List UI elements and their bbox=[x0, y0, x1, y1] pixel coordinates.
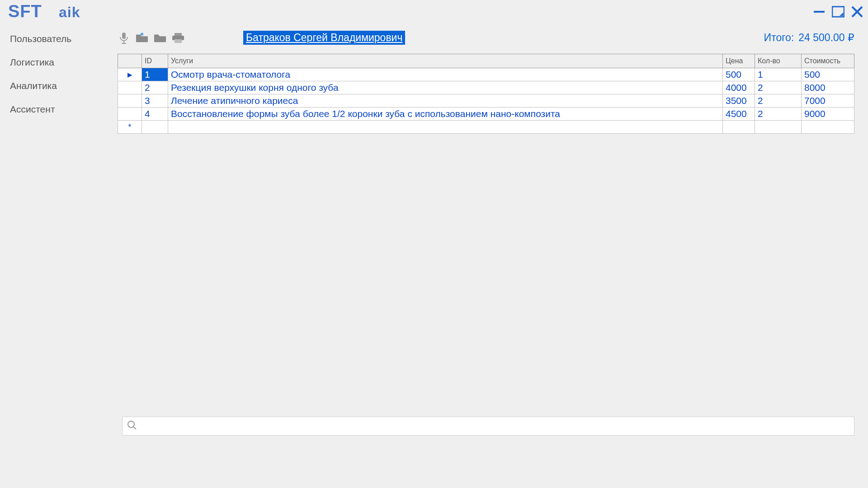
window-controls bbox=[813, 5, 863, 18]
cell-service[interactable]: Лечение атипичного кариеса bbox=[168, 94, 723, 108]
svg-rect-7 bbox=[122, 33, 126, 39]
microphone-icon[interactable] bbox=[118, 33, 130, 43]
col-id-header[interactable]: ID bbox=[142, 54, 168, 68]
sidebar-item-analytics[interactable]: Аналитика bbox=[0, 74, 111, 98]
cell-price[interactable]: 4000 bbox=[723, 81, 755, 94]
col-qty-header[interactable]: Кол-во bbox=[755, 54, 802, 68]
cell-cost[interactable]: 7000 bbox=[802, 94, 854, 108]
main-content: Батраков Сергей Владимирович Итого: 24 5… bbox=[111, 22, 868, 134]
search-input[interactable] bbox=[137, 421, 854, 432]
table-row-new[interactable]: * bbox=[118, 121, 854, 134]
sidebar: Пользователь Логистика Аналитика Ассисте… bbox=[0, 22, 111, 121]
search-bar[interactable] bbox=[122, 417, 854, 436]
cell-id[interactable]: 3 bbox=[142, 94, 168, 108]
cell-service[interactable]: Восстановление формы зуба более 1/2 коро… bbox=[168, 108, 723, 121]
cell-price[interactable]: 500 bbox=[723, 68, 755, 81]
svg-text:aik: aik bbox=[59, 4, 80, 20]
svg-rect-13 bbox=[175, 39, 182, 43]
sidebar-item-user[interactable]: Пользователь bbox=[0, 27, 111, 51]
table-row[interactable]: 2Резекция верхушки корня одного зуба4000… bbox=[118, 81, 854, 94]
row-indicator-new: * bbox=[118, 121, 142, 134]
cell-qty[interactable]: 2 bbox=[755, 108, 802, 121]
minimize-button[interactable] bbox=[813, 5, 826, 18]
cell-qty[interactable]: 2 bbox=[755, 94, 802, 108]
patient-name[interactable]: Батраков Сергей Владимирович bbox=[243, 31, 405, 45]
svg-text:SFT: SFT bbox=[8, 3, 42, 21]
cell-price[interactable]: 3500 bbox=[723, 94, 755, 108]
svg-rect-11 bbox=[175, 33, 182, 36]
col-price-header[interactable]: Цена bbox=[723, 54, 755, 68]
row-indicator bbox=[118, 108, 142, 121]
cell-id[interactable]: 1 bbox=[142, 68, 168, 81]
col-cost-header[interactable]: Стоимость bbox=[802, 54, 854, 68]
printer-icon[interactable] bbox=[172, 33, 184, 43]
table-row[interactable]: 4Восстановление формы зуба более 1/2 кор… bbox=[118, 108, 854, 121]
open-folder-icon[interactable] bbox=[136, 33, 148, 43]
cell-empty[interactable] bbox=[142, 121, 168, 134]
cell-empty[interactable] bbox=[802, 121, 854, 134]
cell-empty[interactable] bbox=[723, 121, 755, 134]
folder-icon[interactable] bbox=[154, 33, 166, 43]
total-block: Итого: 24 500.00 ₽ bbox=[764, 32, 854, 44]
cell-id[interactable]: 2 bbox=[142, 81, 168, 94]
cell-service[interactable]: Осмотр врача-стоматолога bbox=[168, 68, 723, 81]
app-logo: SFT aik bbox=[8, 3, 121, 21]
row-indicator: ▸ bbox=[118, 68, 142, 81]
sidebar-item-assistant[interactable]: Ассистент bbox=[0, 98, 111, 121]
cell-cost[interactable]: 8000 bbox=[802, 81, 854, 94]
row-indicator bbox=[118, 81, 142, 94]
cell-id[interactable]: 4 bbox=[142, 108, 168, 121]
cell-price[interactable]: 4500 bbox=[723, 108, 755, 121]
cell-cost[interactable]: 500 bbox=[802, 68, 854, 81]
cell-qty[interactable]: 2 bbox=[755, 81, 802, 94]
table-row[interactable]: ▸1Осмотр врача-стоматолога5001500 bbox=[118, 68, 854, 81]
sidebar-item-logistics[interactable]: Логистика bbox=[0, 51, 111, 74]
cell-empty[interactable] bbox=[168, 121, 723, 134]
table-row[interactable]: 3Лечение атипичного кариеса350027000 bbox=[118, 94, 854, 108]
cell-service[interactable]: Резекция верхушки корня одного зуба bbox=[168, 81, 723, 94]
titlebar: SFT aik bbox=[0, 0, 868, 22]
close-button[interactable] bbox=[851, 5, 863, 18]
row-indicator bbox=[118, 94, 142, 108]
search-icon bbox=[127, 420, 137, 432]
toolbar: Батраков Сергей Владимирович Итого: 24 5… bbox=[118, 31, 854, 54]
total-value: 24 500.00 ₽ bbox=[798, 32, 854, 44]
cell-qty[interactable]: 1 bbox=[755, 68, 802, 81]
svg-line-15 bbox=[133, 427, 136, 429]
services-table[interactable]: ID Услуги Цена Кол-во Стоимость ▸1Осмотр… bbox=[118, 54, 854, 134]
cell-empty[interactable] bbox=[755, 121, 802, 134]
restore-button[interactable] bbox=[832, 5, 844, 18]
cell-cost[interactable]: 9000 bbox=[802, 108, 854, 121]
total-label: Итого: bbox=[764, 32, 794, 44]
col-service-header[interactable]: Услуги bbox=[168, 54, 723, 68]
svg-marker-4 bbox=[840, 13, 843, 16]
svg-point-14 bbox=[128, 421, 134, 427]
col-indicator bbox=[118, 54, 142, 68]
svg-rect-10 bbox=[141, 33, 143, 35]
